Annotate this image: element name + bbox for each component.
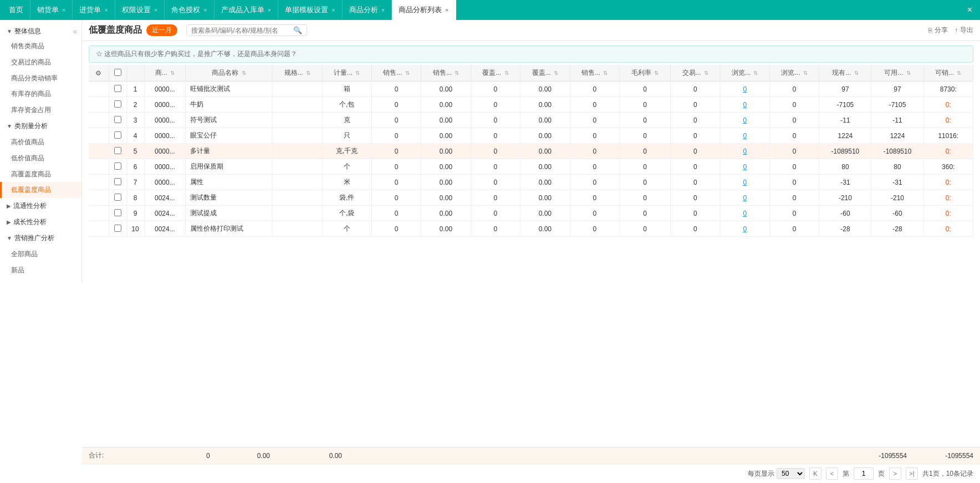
th-spec[interactable]: 规格... ⇅ xyxy=(273,65,322,82)
sidebar-item-with-stock[interactable]: 有库存的商品 xyxy=(0,86,81,102)
row-checkbox-cell[interactable] xyxy=(109,144,126,159)
nav-tab-templates[interactable]: 单据模板设置 × xyxy=(278,0,342,20)
row-gross-margin: 0 xyxy=(619,82,670,97)
row-checkbox[interactable] xyxy=(114,100,121,108)
close-permissions-tab-icon[interactable]: × xyxy=(154,7,157,13)
th-saleable[interactable]: 可销... ⇅ xyxy=(923,65,973,82)
row-browse-a[interactable]: 0 xyxy=(720,159,769,175)
th-coverage-a[interactable]: 覆盖... ⇅ xyxy=(471,65,520,82)
nav-tab-permissions[interactable]: 权限设置 × xyxy=(115,0,165,20)
row-browse-a[interactable]: 0 xyxy=(720,128,769,144)
th-available[interactable]: 可用... ⇅ xyxy=(871,65,923,82)
row-checkbox[interactable] xyxy=(114,162,121,170)
sidebar-item-sales-products[interactable]: 销售类商品 xyxy=(0,38,81,54)
period-button[interactable]: 近一月 xyxy=(146,24,177,36)
row-browse-a[interactable]: 0 xyxy=(720,97,769,113)
close-products-tab-icon[interactable]: × xyxy=(268,7,271,13)
nav-tab-sales[interactable]: 销货单 × xyxy=(30,0,73,20)
prev-page-button[interactable]: < xyxy=(826,467,838,480)
row-browse-a[interactable]: 0 xyxy=(720,221,769,237)
th-sales-c[interactable]: 销售... ⇅ xyxy=(570,65,619,82)
th-gross-margin[interactable]: 毛利率 ⇅ xyxy=(619,65,670,82)
row-checkbox[interactable] xyxy=(114,194,121,201)
row-checkbox-cell[interactable] xyxy=(109,221,126,237)
sidebar-item-stock-capital[interactable]: 库存资金占用 xyxy=(0,102,81,118)
row-checkbox-cell[interactable] xyxy=(109,190,126,206)
th-sales-amt[interactable]: 销售... ⇅ xyxy=(421,65,471,82)
nav-tab-purchase[interactable]: 进货单 × xyxy=(73,0,115,20)
page-size-select[interactable]: 50 100 200 xyxy=(777,468,805,479)
first-page-button[interactable]: K xyxy=(809,467,821,480)
th-code[interactable]: 商... ⇅ xyxy=(144,65,186,82)
th-settings[interactable]: ⚙ xyxy=(89,65,109,82)
row-browse-a[interactable]: 0 xyxy=(720,206,769,221)
row-gross-margin: 0 xyxy=(619,221,670,237)
row-saleable: 0: xyxy=(923,144,973,159)
sidebar-item-traded-products[interactable]: 交易过的商品 xyxy=(0,54,81,70)
close-templates-tab-icon[interactable]: × xyxy=(331,7,335,13)
close-roles-tab-icon[interactable]: × xyxy=(203,7,207,13)
close-sales-tab-icon[interactable]: × xyxy=(62,7,65,13)
row-checkbox[interactable] xyxy=(114,85,121,92)
close-analysis-tab-icon[interactable]: × xyxy=(381,7,385,13)
nav-tab-home[interactable]: 首页 xyxy=(2,0,30,20)
th-browse-b[interactable]: 浏览... ⇅ xyxy=(769,65,819,82)
nav-tab-roles[interactable]: 角色授权 × xyxy=(165,0,214,20)
row-checkbox[interactable] xyxy=(114,116,121,123)
close-analysis-list-tab-icon[interactable]: × xyxy=(445,7,448,13)
sidebar-item-new-products[interactable]: 新品 xyxy=(0,262,81,278)
sidebar-section-marketing[interactable]: ▼ 营销推广分析 xyxy=(0,230,81,246)
close-purchase-tab-icon[interactable]: × xyxy=(104,7,108,13)
row-checkbox-cell[interactable] xyxy=(109,159,126,175)
row-checkbox[interactable] xyxy=(114,131,121,139)
row-browse-a[interactable]: 0 xyxy=(720,144,769,159)
select-all-checkbox[interactable] xyxy=(114,69,121,76)
sidebar-collapse-icon[interactable]: « xyxy=(73,27,77,35)
nav-tab-analysis[interactable]: 商品分析 × xyxy=(343,0,392,20)
sidebar-item-low-value[interactable]: 低价值商品 xyxy=(0,150,81,166)
sidebar-item-high-value[interactable]: 高价值商品 xyxy=(0,134,81,150)
row-checkbox-cell[interactable] xyxy=(109,97,126,113)
nav-tab-analysis-list[interactable]: 商品分析列表 × xyxy=(392,0,456,20)
export-button[interactable]: ↑ 导出 xyxy=(955,26,973,35)
row-name: 测试提成 xyxy=(186,206,273,221)
row-checkbox-cell[interactable] xyxy=(109,113,126,128)
row-checkbox[interactable] xyxy=(114,209,121,216)
row-browse-a[interactable]: 0 xyxy=(720,190,769,206)
sidebar-item-high-coverage[interactable]: 高覆盖度商品 xyxy=(0,166,81,182)
th-browse-a[interactable]: 浏览... ⇅ xyxy=(720,65,769,82)
sidebar-section-overall[interactable]: ▼ 整体信息 xyxy=(7,27,41,36)
row-checkbox-cell[interactable] xyxy=(109,82,126,97)
sidebar-section-growth[interactable]: ▶ 成长性分析 xyxy=(0,214,81,230)
row-browse-a[interactable]: 0 xyxy=(720,82,769,97)
search-input[interactable] xyxy=(191,27,291,34)
table-wrapper[interactable]: ⚙ 商... ⇅ 商品名称 ⇅ 规格... ⇅ 计量... ⇅ 销售... ⇅ … xyxy=(82,65,980,447)
th-name[interactable]: 商品名称 ⇅ xyxy=(186,65,273,82)
last-page-button[interactable]: >| xyxy=(906,467,918,480)
th-transaction[interactable]: 交易... ⇅ xyxy=(671,65,720,82)
row-checkbox[interactable] xyxy=(114,147,121,154)
row-saleable: 0: xyxy=(923,175,973,190)
th-unit[interactable]: 计量... ⇅ xyxy=(322,65,371,82)
sidebar-item-category-turnover[interactable]: 商品分类动销率 xyxy=(0,70,81,87)
share-button[interactable]: ⎘ 分享 xyxy=(928,26,948,35)
row-checkbox-cell[interactable] xyxy=(109,128,126,144)
sidebar-item-low-coverage[interactable]: 低覆盖度商品 xyxy=(0,182,81,198)
th-sales-qty[interactable]: 销售... ⇅ xyxy=(371,65,421,82)
sidebar-section-flow[interactable]: ▶ 流通性分析 xyxy=(0,198,81,214)
row-browse-a[interactable]: 0 xyxy=(720,113,769,128)
row-checkbox-cell[interactable] xyxy=(109,206,126,221)
close-all-tabs-button[interactable]: × xyxy=(962,5,978,15)
row-browse-a[interactable]: 0 xyxy=(720,175,769,190)
row-current-stock: -210 xyxy=(819,190,871,206)
row-checkbox[interactable] xyxy=(114,225,121,232)
th-current-stock[interactable]: 现有... ⇅ xyxy=(819,65,871,82)
th-coverage-b[interactable]: 覆盖... ⇅ xyxy=(520,65,570,82)
sidebar-item-all-products[interactable]: 全部商品 xyxy=(0,246,81,262)
nav-tab-products[interactable]: 产成品入库单 × xyxy=(215,0,278,20)
page-number-input[interactable] xyxy=(854,467,874,480)
row-checkbox-cell[interactable] xyxy=(109,175,126,190)
next-page-button[interactable]: > xyxy=(889,467,901,480)
sidebar-section-category-analysis[interactable]: ▼ 类别量分析 xyxy=(0,118,81,134)
row-checkbox[interactable] xyxy=(114,178,121,185)
